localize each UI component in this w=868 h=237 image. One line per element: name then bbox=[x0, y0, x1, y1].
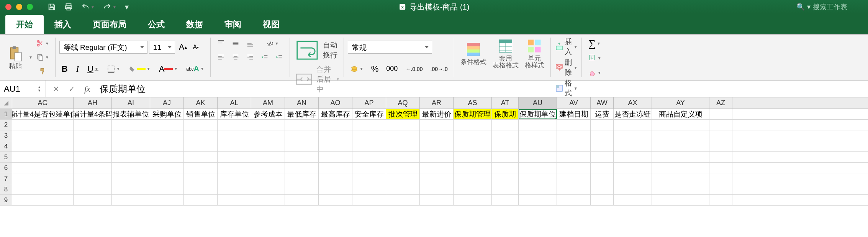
tab-审阅[interactable]: 审阅 bbox=[214, 15, 252, 34]
tab-数据[interactable]: 数据 bbox=[175, 15, 214, 34]
cell-AW9[interactable] bbox=[591, 195, 614, 205]
phonetic-button[interactable]: abcA▼ bbox=[184, 63, 206, 76]
cell-AV4[interactable] bbox=[557, 141, 591, 151]
cell-AV2[interactable] bbox=[557, 120, 591, 130]
cell-AS8[interactable] bbox=[454, 184, 492, 194]
cell-AQ9[interactable] bbox=[386, 195, 420, 205]
cell-AT4[interactable] bbox=[492, 141, 519, 151]
cell-AV5[interactable] bbox=[557, 152, 591, 162]
cell-AT8[interactable] bbox=[492, 184, 519, 194]
cell-AL6[interactable] bbox=[218, 163, 251, 173]
column-header-AP[interactable]: AP bbox=[352, 97, 386, 109]
cell-AG2[interactable] bbox=[12, 120, 74, 130]
save-icon[interactable] bbox=[47, 3, 56, 11]
row-header-4[interactable]: 4 bbox=[0, 141, 12, 151]
cell-AQ2[interactable] bbox=[386, 120, 420, 130]
cell-AK1[interactable]: 销售单位 bbox=[184, 109, 218, 119]
paste-button[interactable]: 粘贴 bbox=[5, 44, 26, 70]
cell-AN4[interactable] bbox=[285, 141, 319, 151]
cell-AK8[interactable] bbox=[184, 184, 218, 194]
cell-AP7[interactable] bbox=[352, 173, 386, 184]
cell-AL9[interactable] bbox=[218, 195, 251, 205]
wrap-text-button[interactable]: 自动换行 bbox=[294, 37, 340, 64]
cell-AS1[interactable]: 保质期管理 bbox=[454, 109, 492, 119]
cell-AS3[interactable] bbox=[454, 130, 492, 141]
column-header-AL[interactable]: AL bbox=[218, 97, 251, 109]
copy-button[interactable]: ▼ bbox=[34, 51, 51, 64]
column-header-AN[interactable]: AN bbox=[285, 97, 319, 109]
cell-AN8[interactable] bbox=[285, 184, 319, 194]
cell-AV1[interactable]: 建档日期 bbox=[557, 109, 591, 119]
cell-styles-button[interactable]: 单元 格样式 bbox=[522, 37, 547, 70]
cell-AN3[interactable] bbox=[285, 130, 319, 141]
cell-AQ6[interactable] bbox=[386, 163, 420, 173]
cell-AT7[interactable] bbox=[492, 173, 519, 184]
orientation-button[interactable]: ab▼ bbox=[258, 37, 286, 50]
cell-AM7[interactable] bbox=[251, 173, 285, 184]
underline-button[interactable]: U▼ bbox=[85, 63, 101, 76]
font-size-select[interactable]: 11 bbox=[149, 41, 175, 54]
format-as-table-button[interactable]: 套用 表格格式 bbox=[490, 37, 521, 70]
cell-AS4[interactable] bbox=[454, 141, 492, 151]
cell-AV8[interactable] bbox=[557, 184, 591, 194]
cell-AX2[interactable] bbox=[614, 120, 652, 130]
cell-AP9[interactable] bbox=[352, 195, 386, 205]
tab-开始[interactable]: 开始 bbox=[5, 15, 44, 34]
cell-AV7[interactable] bbox=[557, 173, 591, 184]
cell-AJ8[interactable] bbox=[150, 184, 184, 194]
cell-AU8[interactable] bbox=[519, 184, 557, 194]
cell-AT3[interactable] bbox=[492, 130, 519, 141]
column-header-AS[interactable]: AS bbox=[454, 97, 492, 109]
cell-AP6[interactable] bbox=[352, 163, 386, 173]
insert-cells-button[interactable]: 插入▼ bbox=[555, 37, 578, 57]
cell-AK7[interactable] bbox=[184, 173, 218, 184]
align-left-button[interactable] bbox=[215, 51, 228, 64]
insert-function-button[interactable]: fx bbox=[84, 84, 90, 94]
cell-AW3[interactable] bbox=[591, 130, 614, 141]
cancel-formula-button[interactable]: ✕ bbox=[53, 84, 59, 94]
column-header-AH[interactable]: AH bbox=[74, 97, 112, 109]
cell-AZ2[interactable] bbox=[709, 120, 732, 130]
cell-AN5[interactable] bbox=[285, 152, 319, 162]
cell-AJ6[interactable] bbox=[150, 163, 184, 173]
merge-center-button[interactable]: 合并后居中▼ bbox=[294, 64, 340, 94]
cell-AL5[interactable] bbox=[218, 152, 251, 162]
increase-decimal-button[interactable]: ←.0.00 bbox=[403, 63, 425, 76]
cell-AW6[interactable] bbox=[591, 163, 614, 173]
format-cells-button[interactable]: 格式▼ bbox=[555, 78, 578, 98]
cell-AR9[interactable] bbox=[420, 195, 454, 205]
cell-AJ5[interactable] bbox=[150, 152, 184, 162]
cell-AW4[interactable] bbox=[591, 141, 614, 151]
cell-AM4[interactable] bbox=[251, 141, 285, 151]
align-bottom-button[interactable] bbox=[244, 37, 257, 50]
cell-AY2[interactable] bbox=[652, 120, 709, 130]
cell-AG1[interactable]: 辅计量4是否包装单位 bbox=[12, 109, 74, 119]
cell-AL7[interactable] bbox=[218, 173, 251, 184]
cell-AP8[interactable] bbox=[352, 184, 386, 194]
column-header-AO[interactable]: AO bbox=[319, 97, 352, 109]
cell-AL1[interactable]: 库存单位 bbox=[218, 109, 251, 119]
cell-AO6[interactable] bbox=[319, 163, 352, 173]
cell-AR1[interactable]: 最新进价 bbox=[420, 109, 454, 119]
border-button[interactable]: ▼ bbox=[105, 63, 123, 76]
cell-AQ4[interactable] bbox=[386, 141, 420, 151]
column-header-AU[interactable]: AU bbox=[519, 97, 557, 109]
search-input[interactable] bbox=[813, 3, 863, 11]
cell-AW5[interactable] bbox=[591, 152, 614, 162]
cell-AU5[interactable] bbox=[519, 152, 557, 162]
row-header-2[interactable]: 2 bbox=[0, 120, 12, 130]
cell-AY3[interactable] bbox=[652, 130, 709, 141]
cut-button[interactable]: ▼ bbox=[34, 37, 51, 50]
cell-AM9[interactable] bbox=[251, 195, 285, 205]
cell-AO8[interactable] bbox=[319, 184, 352, 194]
cell-AI6[interactable] bbox=[112, 163, 150, 173]
cell-AR7[interactable] bbox=[420, 173, 454, 184]
cell-AV9[interactable] bbox=[557, 195, 591, 205]
column-header-AY[interactable]: AY bbox=[652, 97, 709, 109]
cell-AY6[interactable] bbox=[652, 163, 709, 173]
row-header-7[interactable]: 7 bbox=[0, 173, 12, 184]
cell-AZ9[interactable] bbox=[709, 195, 732, 205]
cell-AQ1[interactable]: 批次管理 bbox=[386, 109, 420, 119]
cell-AO5[interactable] bbox=[319, 152, 352, 162]
fill-color-button[interactable]: ▼ bbox=[126, 63, 153, 76]
